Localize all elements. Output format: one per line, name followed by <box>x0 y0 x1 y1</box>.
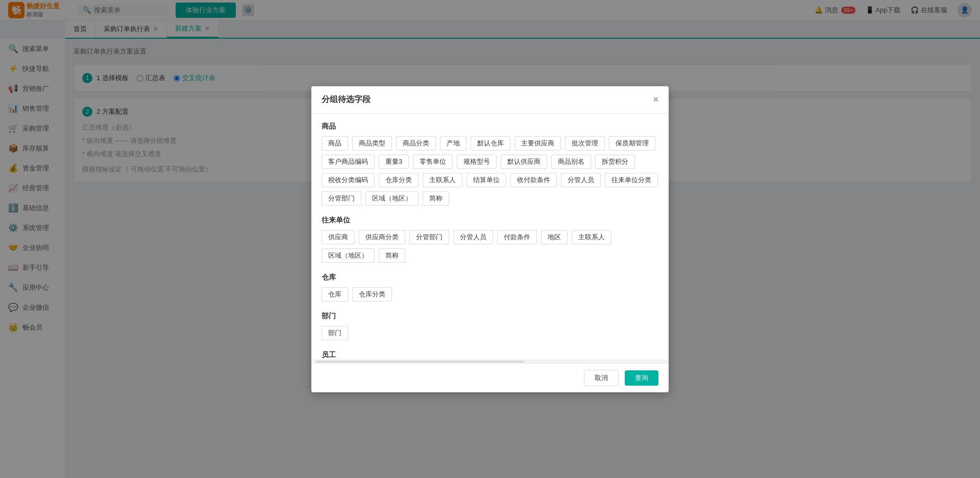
warehouse-tags: 仓库 仓库分类 <box>322 287 658 301</box>
tag-warehouse-cat[interactable]: 仓库分类 <box>352 287 392 301</box>
tag-customer-sku[interactable]: 客户商品编码 <box>322 155 375 169</box>
section-dept-title: 部门 <box>322 312 658 321</box>
tag-batch-manage[interactable]: 批次管理 <box>565 136 605 150</box>
tag-manage-person[interactable]: 分管人员 <box>453 230 493 244</box>
tag-region-partner[interactable]: 区域（地区） <box>322 248 375 263</box>
section-partner-title: 往来单位 <box>322 216 658 225</box>
tag-retail-unit[interactable]: 零售单位 <box>413 155 453 169</box>
tag-tax-code[interactable]: 税收分类编码 <box>322 173 375 187</box>
tag-spec-model[interactable]: 规格型号 <box>457 155 497 169</box>
section-warehouse-title: 仓库 <box>322 273 658 282</box>
section-warehouse: 仓库 仓库 仓库分类 <box>322 273 658 301</box>
tag-main-supplier[interactable]: 主要供应商 <box>514 136 561 150</box>
tag-area[interactable]: 地区 <box>541 230 568 244</box>
section-goods-title: 商品 <box>322 122 658 131</box>
modal-close-btn[interactable]: × <box>653 94 658 105</box>
modal-body: 商品 商品 商品类型 商品分类 产地 默认仓库 主要供应商 批次管理 保质期管理… <box>311 114 669 360</box>
tag-dept[interactable]: 分管部门 <box>322 191 361 206</box>
tag-abbr-goods[interactable]: 简称 <box>423 191 449 206</box>
dept-tags: 部门 <box>322 326 658 340</box>
tag-main-contact[interactable]: 主联系人 <box>423 173 462 187</box>
tag-partner-category[interactable]: 往来单位分类 <box>605 173 658 187</box>
modal-title: 分组待选字段 <box>322 94 371 105</box>
tag-shelf-life[interactable]: 保质期管理 <box>609 136 655 150</box>
tag-supplier[interactable]: 供应商 <box>322 230 355 244</box>
modal-footer: 取消 查询 <box>311 363 669 392</box>
tag-goods-type[interactable]: 商品类型 <box>352 136 392 150</box>
tag-main-contact-partner[interactable]: 主联系人 <box>572 230 611 244</box>
cancel-button[interactable]: 取消 <box>584 370 619 386</box>
modal-overlay: 分组待选字段 × 商品 商品 商品类型 商品分类 产地 默认仓库 主要供应商 批… <box>0 0 980 478</box>
tag-region-goods[interactable]: 区域（地区） <box>365 191 419 206</box>
tag-supplier-category[interactable]: 供应商分类 <box>359 230 405 244</box>
tag-settlement-unit[interactable]: 结算单位 <box>467 173 506 187</box>
section-department: 部门 部门 <box>322 312 658 340</box>
tag-default-warehouse[interactable]: 默认仓库 <box>471 136 510 150</box>
tag-goods-category[interactable]: 商品分类 <box>396 136 436 150</box>
tag-manage-dept[interactable]: 分管部门 <box>409 230 449 244</box>
partner-tags: 供应商 供应商分类 分管部门 分管人员 付款条件 地区 主联系人 区域（地区） … <box>322 230 658 263</box>
tag-payment-terms[interactable]: 收付款条件 <box>510 173 557 187</box>
modal-header: 分组待选字段 × <box>311 86 669 114</box>
section-employee-title: 员工 <box>322 350 658 360</box>
tag-weight3[interactable]: 重量3 <box>379 155 409 169</box>
hscroll-bar <box>315 361 525 363</box>
tag-origin[interactable]: 产地 <box>440 136 467 150</box>
field-select-modal: 分组待选字段 × 商品 商品 商品类型 商品分类 产地 默认仓库 主要供应商 批… <box>311 86 669 392</box>
tag-department[interactable]: 部门 <box>322 326 348 340</box>
tag-goods-alias[interactable]: 商品别名 <box>551 155 591 169</box>
tag-goods[interactable]: 商品 <box>322 136 348 150</box>
tag-abbr-partner[interactable]: 简称 <box>379 248 405 263</box>
tag-warehouse-category[interactable]: 仓库分类 <box>379 173 419 187</box>
section-partner: 往来单位 供应商 供应商分类 分管部门 分管人员 付款条件 地区 主联系人 区域… <box>322 216 658 263</box>
tag-default-supplier[interactable]: 默认供应商 <box>501 155 547 169</box>
tag-warehouse[interactable]: 仓库 <box>322 287 348 301</box>
section-goods: 商品 商品 商品类型 商品分类 产地 默认仓库 主要供应商 批次管理 保质期管理… <box>322 122 658 206</box>
tag-manager[interactable]: 分管人员 <box>561 173 601 187</box>
tag-payment-cond[interactable]: 付款条件 <box>497 230 537 244</box>
section-employee: 员工 业务员 <box>322 350 658 360</box>
tag-split-points[interactable]: 拆货积分 <box>595 155 635 169</box>
confirm-button[interactable]: 查询 <box>625 370 658 386</box>
goods-tags: 商品 商品类型 商品分类 产地 默认仓库 主要供应商 批次管理 保质期管理 客户… <box>322 136 658 206</box>
